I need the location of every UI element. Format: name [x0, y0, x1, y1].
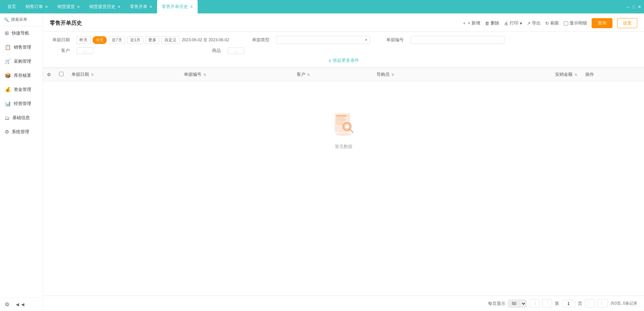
date-btn-1month[interactable]: 近1月 [127, 36, 144, 44]
sidebar-search[interactable]: 🔍 搜索采单 [0, 13, 43, 26]
table-th-checkbox[interactable] [55, 68, 67, 81]
svg-rect-3 [336, 117, 344, 118]
tab-retail-history-close[interactable]: ✕ [190, 5, 193, 9]
col-doc-no-label: 单据编号 [184, 72, 201, 77]
date-range-value: 2023-06-02 至 2023-06-02 [182, 37, 229, 43]
export-button[interactable]: ↗ 导出 [527, 20, 541, 26]
maximize-button[interactable]: □ [632, 4, 635, 9]
page-input[interactable] [562, 300, 575, 307]
product-label: 商品 [201, 48, 221, 54]
customer-select-btn[interactable]: ... [77, 47, 93, 54]
table-th-customer: 客户 ⇅ [293, 68, 373, 81]
minimize-button[interactable]: ─ [627, 4, 630, 9]
query-button[interactable]: 查询 [592, 18, 612, 28]
export-label: 导出 [532, 20, 541, 26]
doc-no-input[interactable] [410, 36, 504, 44]
toolbar: ＋ + 新增 🗑 删除 🖨 打印 ▾ ↗ 导出 ↻ [462, 18, 637, 28]
svg-rect-5 [336, 121, 343, 122]
print-button[interactable]: 🖨 打印 ▾ [504, 20, 522, 26]
display-detail-input[interactable] [564, 21, 568, 25]
export-icon: ↗ [527, 21, 531, 26]
tab-sales-return-history-label: 销货退货历史 [89, 4, 115, 10]
sidebar-item-finance-label: 资金管理 [14, 87, 31, 93]
tab-retail-open[interactable]: 零售开单 ✕ [125, 0, 157, 13]
filter-date-group: 昨天 今天 近7天 近1月 更多 自定义 2023-06-02 至 2023-0… [77, 36, 229, 44]
tab-sales-return-close[interactable]: ✕ [77, 5, 80, 9]
table-area: ⚙ 单据日期 ⇅ 单据编号 ⇅ [43, 68, 644, 296]
empty-text: 暂无数据 [335, 144, 352, 150]
col-salesperson-sort-icon[interactable]: ⇅ [391, 73, 394, 76]
tab-sales-return-history-close[interactable]: ✕ [117, 5, 120, 9]
date-btn-yesterday[interactable]: 昨天 [77, 36, 91, 44]
tab-sales-return-label: 销货退货 [57, 4, 75, 10]
doc-type-label: 单据类型 [249, 37, 269, 43]
add-button[interactable]: ＋ + 新增 [462, 20, 480, 26]
date-btn-more[interactable]: 更多 [145, 36, 159, 44]
sidebar-item-inventory[interactable]: 📦 库存核算 [0, 68, 43, 83]
per-page-label: 每页显示 [488, 301, 505, 307]
sidebar-item-basic-info[interactable]: 🗂 基础信息 [0, 111, 43, 125]
sidebar-item-sales-mgmt[interactable]: 📋 销售管理 [0, 40, 43, 54]
print-label: 打印 [510, 20, 518, 26]
tab-sales-return-history[interactable]: 销货退货历史 ✕ [85, 0, 125, 13]
data-table: ⚙ 单据日期 ⇅ 单据编号 ⇅ [43, 68, 644, 81]
product-select-btn[interactable]: ... [228, 47, 244, 54]
refresh-icon: ↻ [545, 21, 549, 26]
table-th-settings[interactable]: ⚙ [43, 68, 55, 81]
delete-button[interactable]: 🗑 删除 [485, 20, 499, 26]
col-customer-sort-icon[interactable]: ⇅ [307, 73, 310, 76]
col-salesperson-label: 导购员 [377, 72, 390, 77]
prev-page-btn[interactable]: 〈 [542, 299, 552, 308]
sidebar-collapse-icon[interactable]: ◄◄ [15, 302, 26, 308]
col-amount-sort-icon[interactable]: ⇅ [575, 73, 577, 76]
refresh-button[interactable]: ↻ 刷新 [545, 20, 559, 26]
sales-mgmt-icon: 📋 [5, 44, 11, 50]
first-page-btn[interactable]: 《 [529, 299, 539, 308]
tab-retail-history[interactable]: 零售开单历史 ✕ [157, 0, 198, 13]
sidebar-item-purchase-mgmt[interactable]: 🛒 采购管理 [0, 54, 43, 68]
display-detail-checkbox[interactable]: 显示明细 [564, 20, 587, 26]
collapse-label: 收起更多条件 [333, 57, 359, 63]
col-doc-no-sort-icon[interactable]: ⇅ [203, 73, 206, 76]
collapse-icon: ∧ [328, 58, 332, 63]
table-settings-icon[interactable]: ⚙ [47, 72, 51, 77]
table-th-action: 操作 [581, 68, 644, 81]
pagination: 每页显示 50 100 200 《 〈 第 页 〉 》 共0页, 0条记录 [43, 296, 644, 311]
last-page-btn[interactable]: 》 [598, 299, 608, 308]
date-btn-today[interactable]: 今天 [93, 36, 107, 44]
table-header: ⚙ 单据日期 ⇅ 单据编号 ⇅ [43, 68, 644, 81]
empty-state: 暂无数据 [43, 81, 644, 176]
system-icon: ⚙ [5, 129, 9, 135]
display-detail-label: 显示明细 [569, 20, 587, 26]
tab-retail-open-close[interactable]: ✕ [149, 5, 152, 9]
empty-illustration [327, 108, 360, 138]
tab-sales-return[interactable]: 销货退货 ✕ [53, 0, 85, 13]
tab-sales-order-close[interactable]: ✕ [45, 5, 48, 9]
date-btn-7days[interactable]: 近7天 [109, 36, 125, 44]
sidebar-settings-icon[interactable]: ⚙ [5, 301, 9, 308]
sidebar-item-business[interactable]: 📊 经营管理 [0, 97, 43, 111]
sidebar-item-basic-info-label: 基础信息 [12, 115, 30, 121]
tab-retail-open-label: 零售开单 [130, 4, 147, 10]
col-date-sort-icon[interactable]: ⇅ [91, 73, 94, 76]
settings-button[interactable]: 设置 [617, 18, 637, 28]
tab-home[interactable]: 首页 [3, 0, 21, 13]
per-page-select[interactable]: 50 100 200 [508, 300, 527, 308]
sidebar-item-quick-nav[interactable]: ⊞ 快捷导航 [0, 26, 43, 40]
doc-type-select[interactable]: ▾ [276, 36, 370, 44]
sidebar-item-finance[interactable]: 💰 资金管理 [0, 83, 43, 97]
filter-area: 单据日期 昨天 今天 近7天 近1月 更多 自定义 2023-06-02 至 2… [43, 32, 644, 68]
table-select-all[interactable] [59, 72, 63, 76]
svg-point-0 [335, 133, 352, 136]
tab-sales-order[interactable]: 销售订单 ✕ [21, 0, 53, 13]
collapse-more-btn[interactable]: ∧ 收起更多条件 [50, 57, 637, 63]
sidebar-item-system-label: 系统管理 [12, 129, 29, 135]
next-page-btn[interactable]: 〉 [585, 299, 595, 308]
sidebar-item-system[interactable]: ⚙ 系统管理 [0, 125, 43, 139]
date-btn-custom[interactable]: 自定义 [161, 36, 180, 44]
purchase-mgmt-icon: 🛒 [5, 58, 11, 64]
close-button[interactable]: ✕ [638, 4, 641, 9]
filter-row-1: 单据日期 昨天 今天 近7天 近1月 更多 自定义 2023-06-02 至 2… [50, 36, 637, 44]
table-th-amount: 实销金额 ⇅ [469, 68, 581, 81]
business-icon: 📊 [5, 101, 11, 107]
